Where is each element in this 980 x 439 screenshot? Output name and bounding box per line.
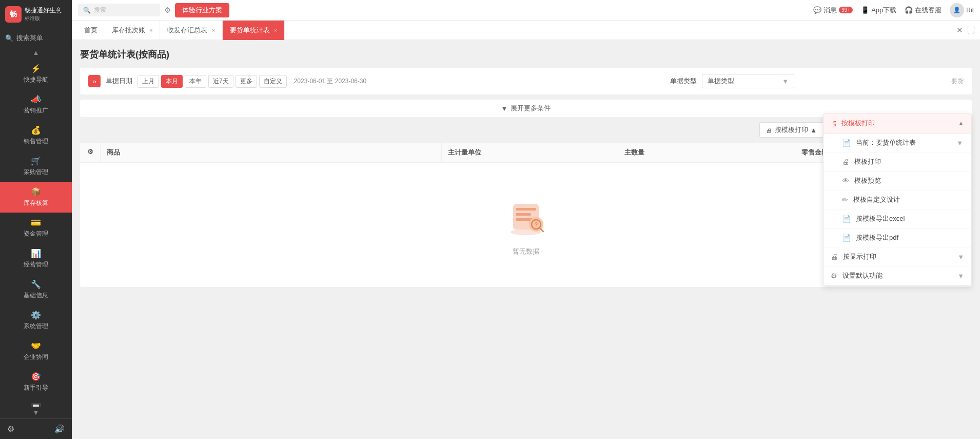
dropdown-header[interactable]: 🖨 按模板打印 ▲ [824,113,971,133]
dropdown-template-pdf[interactable]: 📄 按模板导出pdf [824,228,971,247]
main-area: 🔍 搜索 ⚙ 体验行业方案 💬 消息 99+ 📱 App下载 🎧 在线客服 👤 … [72,0,980,439]
date-btn-this-year[interactable]: 本年 [185,75,206,88]
date-btn-custom[interactable]: 自定义 [259,75,287,88]
svg-rect-3 [516,213,531,216]
nav-label-inventory: 库存核算 [24,199,48,207]
sidebar-scroll-up[interactable]: ▲ [0,47,72,59]
dropdown-template-custom[interactable]: ✏ 模板自定义设计 [824,190,971,209]
svg-rect-2 [516,208,536,211]
topbar-gear-icon[interactable]: ⚙ [164,6,171,15]
date-btn-this-month[interactable]: 本月 [161,75,183,88]
nav-icon-sales: 💰 [31,125,41,135]
message-btn[interactable]: 💬 消息 99+ [813,6,853,15]
print-icon: 🖨 [766,126,773,134]
dropdown-template-excel[interactable]: 📄 按模板导出excel [824,209,971,228]
th-product: 商品 [101,143,442,162]
speaker-icon[interactable]: 🔊 [54,424,65,434]
online-service-btn[interactable]: 🎧 在线客服 [905,6,942,15]
dropdown-template-custom-icon: ✏ [842,196,848,204]
sidebar-item-inventory[interactable]: 📦 库存核算 [0,182,72,213]
dropdown-current-icon: 📄 [842,139,851,147]
nav-label-system: 系统管理 [24,322,48,331]
order-type-placeholder: 单据类型 [708,77,734,86]
tab-receipt-summary[interactable]: 收发存汇总表 × [160,21,222,40]
dropdown-template-preview[interactable]: 👁 模板预览 [824,171,971,190]
dropdown-display-print-label: 按显示打印 [843,252,876,261]
nav-icon-purchase: 🛒 [31,156,41,166]
date-btn-more[interactable]: 更多 [236,75,257,88]
dropdown-set-default-left: ⚙ 设置默认功能 [831,271,883,280]
sidebar-search[interactable]: 🔍 搜索菜单 [0,29,72,47]
user-avatar[interactable]: 👤 Rit [950,3,974,17]
dropdown-template-excel-label: 按模板导出excel [856,214,905,223]
sidebar-item-sales[interactable]: 💰 销售管理 [0,120,72,151]
date-range-text: 2023-06-01 至 2023-06-30 [294,77,366,86]
sidebar-logo: 畅 畅捷通好生意 标准版 [0,0,72,29]
nav-label-shortcut: 快捷导航 [24,75,48,84]
sidebar-item-basic[interactable]: 🔧 基础信息 [0,274,72,305]
nav-icon-guide: 🎯 [31,372,41,381]
tab-inventory-batch-close[interactable]: × [149,27,152,33]
sidebar-item-guide[interactable]: 🎯 新手引导 [0,367,72,397]
tab-order-stats-close[interactable]: × [274,27,277,33]
date-filter-label: 单据日期 [106,77,132,86]
app-download-btn[interactable]: 📱 App下载 [861,6,896,15]
message-badge: 99+ [839,7,853,13]
dropdown-set-default-icon: ⚙ [831,272,837,280]
nav-icon-inventory: 📦 [31,187,41,197]
nav-icon-system: ⚙️ [31,310,41,320]
tab-receipt-summary-close[interactable]: × [211,27,214,33]
sidebar-item-system[interactable]: ⚙️ 系统管理 [0,305,72,336]
dropdown-display-print-chevron: ▼ [957,253,964,261]
tab-order-stats[interactable]: 要货单统计表 × [223,21,285,40]
tab-close-all-btn[interactable]: ✕ [956,26,963,35]
sidebar-item-operations[interactable]: 📊 经营管理 [0,243,72,274]
dropdown-template-print[interactable]: 🖨 模板打印 [824,152,971,171]
order-type-label: 单据类型 [670,77,697,86]
date-btn-last-month[interactable]: 上月 [138,75,159,88]
dropdown-header-left: 🖨 按模板打印 [831,119,875,128]
date-btn-7days[interactable]: 近7天 [208,75,233,88]
sidebar-item-apps[interactable]: 🔲 应用中心 [0,397,72,407]
dropdown-template-preview-label: 模板预览 [854,176,881,185]
filter-expand-btn[interactable]: » [88,75,101,87]
message-icon: 💬 [813,6,821,14]
sidebar-item-marketing[interactable]: 📣 营销推广 [0,89,72,120]
settings-icon[interactable]: ⚙ [7,424,14,434]
topbar-search[interactable]: 🔍 搜索 [78,4,160,16]
sidebar-search-label: 搜索菜单 [16,33,43,43]
sidebar-item-purchase[interactable]: 🛒 采购管理 [0,151,72,182]
username-label: Rit [966,7,974,14]
service-icon: 🎧 [905,6,913,14]
app-icon: 📱 [861,6,869,14]
dropdown-display-print[interactable]: 🖨 按显示打印 ▼ [824,247,971,266]
dropdown-print-icon: 🖨 [831,120,837,127]
tab-home-label: 首页 [84,26,97,35]
nav-label-finance: 资金管理 [24,230,48,238]
trial-btn[interactable]: 体验行业方案 [175,3,229,17]
dropdown-title: 按模板打印 [841,119,875,128]
sidebar-item-shortcut[interactable]: ⚡ 快捷导航 [0,59,72,89]
nav-label-operations: 经营管理 [24,260,48,269]
expand-label: 展开更多条件 [511,104,551,113]
order-type-select[interactable]: 单据类型 ▼ [702,74,794,88]
dropdown-set-default[interactable]: ⚙ 设置默认功能 ▼ [824,266,971,285]
tab-expand-btn[interactable]: ⛶ [967,26,975,34]
logo-name: 畅捷通好生意 [25,7,62,15]
tab-inventory-batch[interactable]: 库存批次账 × [105,21,160,40]
sidebar-scroll-down[interactable]: ▼ [0,407,72,418]
dropdown-set-default-label: 设置默认功能 [842,271,883,280]
sidebar-item-finance[interactable]: 💳 资金管理 [0,213,72,243]
tab-home[interactable]: 首页 [77,21,105,40]
dropdown-current-item[interactable]: 📄 当前：要货单统计表 ▼ [824,133,971,152]
th-settings[interactable]: ⚙ [80,143,101,162]
dropdown-template-pdf-icon: 📄 [842,234,851,242]
nav-icon-collab: 🤝 [31,341,41,351]
expand-icon: ▼ [501,105,508,112]
print-label: 按模板打印 [775,125,808,135]
print-btn[interactable]: 🖨 按模板打印 ▲ [759,122,824,138]
tabs-right: ✕ ⛶ [956,26,975,35]
sidebar-item-collab[interactable]: 🤝 企业协同 [0,336,72,367]
empty-icon: ? [503,194,549,240]
topbar-right: 💬 消息 99+ 📱 App下载 🎧 在线客服 👤 Rit [813,3,974,17]
